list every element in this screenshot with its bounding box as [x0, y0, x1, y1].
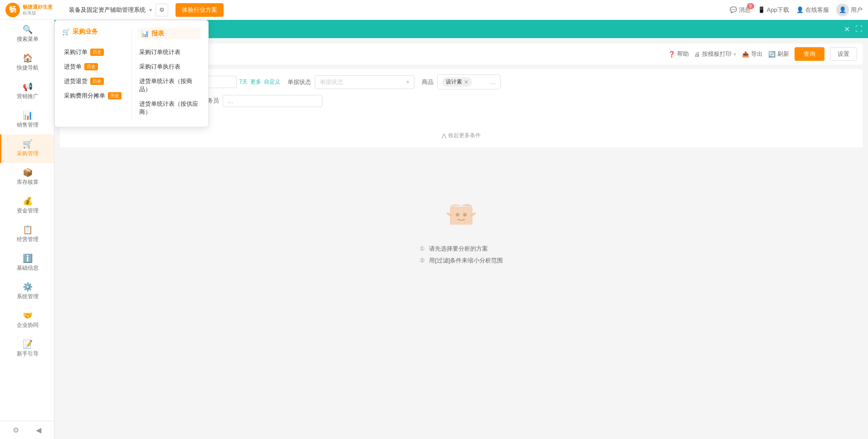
system-title-text: 装备及固定资产辅助管理系统 [69, 6, 146, 14]
logo-name: 畅捷通好生意 [23, 4, 53, 10]
sidebar-label-quicknav: 快捷导航 [17, 64, 39, 72]
sidebar-label-enterprise: 企业协同 [17, 321, 39, 329]
user-label: 用户 [851, 6, 863, 14]
collapse-row[interactable]: ⋀ 收起更多条件 [67, 129, 855, 142]
sidebar-item-operation[interactable]: 📋 经营管理 [0, 220, 54, 249]
date-quick-more[interactable]: 更多 [250, 78, 261, 86]
salesman-select[interactable]: … [223, 95, 322, 107]
query-button[interactable]: 查询 [795, 47, 824, 61]
sidebar-label-system: 系统管理 [17, 293, 39, 301]
menu-item-po-stats[interactable]: 采购订单统计表 [137, 45, 201, 59]
finance-icon: 💰 [23, 197, 33, 205]
sidebar-item-search[interactable]: 🔍 搜索菜单 [0, 20, 54, 49]
product-dots[interactable]: … [490, 79, 496, 85]
home-icon: 🏠 [23, 54, 33, 62]
system-icon: ⚙️ [23, 283, 33, 291]
logo-tag: 标准版 [23, 10, 53, 16]
system-title-chevron[interactable]: ▾ [149, 7, 152, 13]
top-right: 💬 消息 9 📱 App下载 👤 在线客服 👤 用户 [730, 4, 863, 16]
tab-maximize-button[interactable]: ⛶ [853, 23, 864, 35]
purchase-expense-label: 采购费用分摊单 [64, 92, 105, 100]
status-placeholder: 单据状态 [320, 78, 343, 86]
goods-return-history: 历史 [90, 78, 104, 85]
menu-item-goods-receipt[interactable]: 进货单 历史 [62, 59, 126, 74]
enterprise-icon: 🤝 [23, 311, 33, 320]
status-chevron: ▾ [406, 79, 410, 85]
system-title-area: 装备及固定资产辅助管理系统 ▾ ⚙ 体验行业方案 [60, 3, 730, 17]
menu-item-purchase-expense[interactable]: 采购费用分摊单 历史 [62, 89, 126, 103]
operation-icon: 📋 [23, 226, 33, 234]
report-section-icon: 📊 [141, 30, 149, 37]
goods-receipt-label: 进货单 [64, 63, 82, 71]
refresh-icon: 🔄 [768, 51, 775, 58]
date-custom[interactable]: 自定义 [264, 78, 280, 86]
sidebar-item-sales[interactable]: 📊 销售管理 [0, 106, 54, 134]
product-label: 商品 [422, 78, 434, 86]
sidebar-item-system[interactable]: ⚙️ 系统管理 [0, 277, 54, 306]
sidebar-item-basic[interactable]: ℹ️ 基础信息 [0, 249, 54, 277]
message-item[interactable]: 💬 消息 9 [730, 6, 751, 14]
sidebar-label-guide: 新手引导 [17, 350, 39, 358]
print-chevron: ▾ [733, 51, 736, 58]
sidebar-collapse-icon[interactable]: ◀ [36, 426, 41, 434]
inventory-icon: 📦 [23, 168, 33, 177]
online-service-item[interactable]: 👤 在线客服 [796, 6, 829, 14]
sidebar-label-purchase: 采购管理 [17, 150, 39, 158]
menu-item-goods-stats-product[interactable]: 进货单统计表（按商品） [137, 74, 201, 97]
sidebar-item-enterprise[interactable]: 🤝 企业协同 [0, 306, 54, 335]
empty-tips: ① 请先选择要分析的方案 ② 用[过滤]条件来缩小分析范围 [419, 243, 503, 266]
user-item[interactable]: 👤 用户 [836, 4, 863, 16]
date-quick-7d[interactable]: 7天 [239, 78, 248, 86]
product-tag: 设计素 ✕ [442, 77, 472, 87]
menu-section-report: 📊 报表 采购订单统计表 采购订单执行表 进货单统计表（按商品） 进货单统计表（… [137, 28, 201, 119]
app-download-label: App下载 [767, 6, 789, 14]
refresh-button[interactable]: 🔄 刷新 [768, 50, 789, 58]
app-download-item[interactable]: 📱 App下载 [758, 6, 789, 14]
menu-divider [132, 28, 132, 119]
sidebar-settings-icon[interactable]: ⚙ [13, 426, 19, 434]
menu-item-goods-return[interactable]: 进货退货 历史 [62, 74, 126, 89]
report-section-title: 📊 报表 [137, 28, 201, 39]
tab-actions: ✕ ⛶ [839, 20, 868, 38]
sidebar-item-inventory[interactable]: 📦 库存核算 [0, 163, 54, 192]
guide-icon: 📝 [23, 340, 33, 348]
gear-button[interactable]: ⚙ [156, 4, 168, 16]
tab-close-button[interactable]: ✕ [842, 23, 852, 35]
sidebar-item-quicknav[interactable]: 🏠 快捷导航 [0, 49, 54, 77]
message-icon: 💬 [730, 6, 737, 13]
sidebar-label-finance: 资金管理 [17, 207, 39, 215]
sidebar-item-purchase[interactable]: 🛒 采购管理 [0, 134, 54, 163]
product-tag-remove[interactable]: ✕ [464, 79, 468, 85]
collapse-label: 收起更多条件 [448, 132, 481, 139]
goods-return-label: 进货退货 [64, 77, 88, 85]
online-service-label: 在线客服 [805, 6, 829, 14]
filter-salesman: 业务员 … [201, 95, 322, 107]
help-button[interactable]: ❓ 帮助 [668, 50, 689, 58]
salesman-dots[interactable]: … [228, 98, 234, 104]
settings-button[interactable]: 设置 [830, 47, 857, 61]
dropdown-menu: 🛒 采购业务 采购订单 历史 进货单 历史 进货退货 历史 采购费用分摊单 历史 [54, 20, 209, 127]
print-button[interactable]: 🖨 按模板打印 ▾ [694, 50, 736, 58]
purchase-order-label: 采购订单 [64, 48, 88, 56]
svg-point-1 [456, 213, 459, 217]
purchase-order-history: 历史 [90, 49, 104, 56]
empty-state: ① 请先选择要分析的方案 ② 用[过滤]条件来缩小分析范围 [60, 152, 863, 303]
basic-icon: ℹ️ [23, 254, 33, 262]
sidebar-item-marketing[interactable]: 📢 营销推广 [0, 77, 54, 106]
sidebar-item-guide[interactable]: 📝 新手引导 [0, 335, 54, 363]
sidebar-label-marketing: 营销推广 [17, 93, 39, 100]
menu-item-goods-stats-supplier[interactable]: 进货单统计表（按供应商） [137, 97, 201, 119]
status-select[interactable]: 单据状态 ▾ [315, 75, 414, 89]
menu-item-po-execution[interactable]: 采购订单执行表 [137, 59, 201, 74]
menu-item-purchase-order[interactable]: 采购订单 历史 [62, 45, 126, 59]
menu-section-purchase: 🛒 采购业务 采购订单 历史 进货单 历史 进货退货 历史 采购费用分摊单 历史 [62, 28, 126, 119]
marketing-icon: 📢 [23, 83, 33, 91]
filter-product: 商品 设计素 ✕ … [422, 74, 501, 89]
export-button[interactable]: 📤 导出 [742, 50, 763, 58]
logo-area: 畅 畅捷通好生意 标准版 [5, 3, 60, 17]
industry-button[interactable]: 体验行业方案 [176, 3, 224, 17]
product-select[interactable]: 设计素 ✕ … [437, 74, 501, 89]
search-icon: 🔍 [23, 25, 33, 34]
export-icon: 📤 [742, 51, 749, 58]
sidebar-item-finance[interactable]: 💰 资金管理 [0, 192, 54, 220]
